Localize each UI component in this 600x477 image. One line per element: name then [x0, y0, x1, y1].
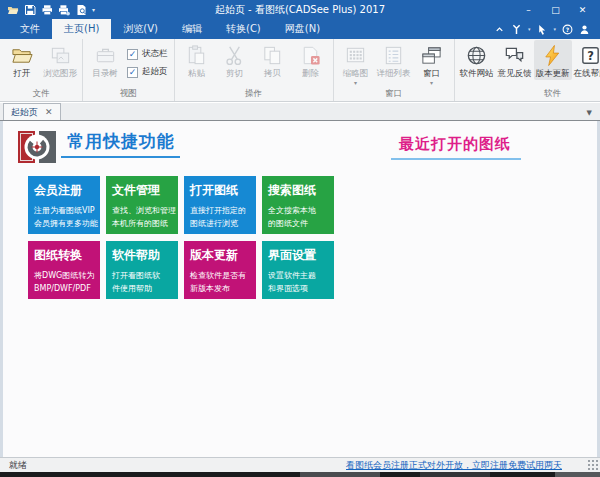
titlebar-utility-icons: ▾ ▾ ? — [494, 19, 600, 39]
ribbon-tab-row: 文件 主页(H) 浏览(V) 编辑 转换(C) 网盘(N) ▾ ▾ ? — [0, 19, 600, 39]
print-icon[interactable] — [41, 4, 53, 16]
delete-button: 删除 — [292, 40, 330, 80]
browse-graphics-button: 浏览图形 — [41, 40, 79, 80]
paste-icon — [185, 44, 208, 67]
tile-file-management[interactable]: 文件管理 查找、浏览和管理 本机所有的图纸 — [106, 176, 178, 234]
tab-start-page[interactable]: 起始页 ✕ — [3, 103, 61, 120]
start-page-tab-label: 起始页 — [11, 106, 38, 119]
tab-browse[interactable]: 浏览(V) — [111, 19, 170, 39]
open-folder-icon — [11, 44, 34, 67]
startpage-checkbox-row[interactable]: ✓ 起始页 — [127, 66, 168, 78]
tile-member-register[interactable]: 会员注册 注册为看图纸VIP 会员拥有更多功能 — [28, 176, 100, 234]
copy-button: 拷贝 — [254, 40, 292, 80]
statusbar-checkbox-row[interactable]: ✓ 状态栏 — [127, 48, 168, 60]
left-heading-underline — [61, 156, 180, 158]
thumbnail-button: 缩略图 ▾ — [337, 40, 375, 85]
group-label-view: 视图 — [83, 88, 174, 100]
tile-drawing-convert[interactable]: 图纸转换 将DWG图纸转为 BMP/DWF/PDF — [28, 241, 100, 299]
svg-text:?: ? — [587, 49, 594, 63]
tile-software-help[interactable]: 软件帮助 打开看图纸软 件使用帮助 — [106, 241, 178, 299]
tile-search-drawing[interactable]: 搜索图纸 全文搜索本地 的图纸文件 — [262, 176, 334, 234]
close-button[interactable]: ✕ — [569, 0, 596, 19]
ribbon-group-view: 目录树 ✓ 状态栏 ✓ 起始页 视图 — [83, 39, 175, 101]
right-heading-underline — [391, 158, 521, 160]
ribbon: 打开 浏览图形 文件 目录树 ✓ 状态栏 ✓ 起始页 视图 粘贴 — [0, 39, 600, 102]
software-website-button[interactable]: 软件网站 — [458, 40, 496, 80]
version-update-button[interactable]: 版本更新 — [534, 40, 572, 80]
tab-file[interactable]: 文件 — [8, 19, 52, 39]
window-title: 起始页 - 看图纸(CADSee Plus) 2017 — [215, 0, 385, 19]
maximize-button[interactable]: □ — [542, 0, 569, 19]
common-functions-heading: 常用快捷功能 — [67, 130, 175, 153]
tab-convert[interactable]: 转换(C) — [214, 19, 273, 39]
tab-home[interactable]: 主页(H) — [52, 19, 111, 39]
title-bar: ▾ 起始页 - 看图纸(CADSee Plus) 2017 – □ ✕ — [0, 0, 600, 19]
resize-grip[interactable] — [588, 460, 599, 471]
tile-version-update[interactable]: 版本更新 检查软件是否有 新版本发布 — [184, 241, 256, 299]
tools-dropdown-icon[interactable]: ▾ — [528, 26, 531, 32]
feedback-bubbles-icon — [503, 44, 526, 67]
scissors-icon — [223, 44, 246, 67]
help-box-icon: ? — [579, 44, 600, 67]
minimize-button[interactable]: – — [515, 0, 542, 19]
save-icon[interactable] — [24, 4, 36, 16]
startpage-checkbox[interactable]: ✓ — [127, 67, 138, 78]
group-label-file: 文件 — [0, 88, 82, 100]
help-circle-icon[interactable]: ? — [562, 24, 573, 35]
thumbnail-dropdown-icon: ▾ — [354, 80, 357, 85]
globe-icon — [465, 44, 488, 67]
online-help-button[interactable]: ? 在线帮助 — [572, 40, 600, 80]
copy-icon — [261, 44, 284, 67]
window-button[interactable]: 窗口 ▾ — [413, 40, 451, 85]
collapse-ribbon-icon[interactable] — [494, 24, 505, 35]
status-ready-text: 就绪 — [0, 459, 27, 472]
qat-customize-icon[interactable]: ▾ — [92, 7, 95, 13]
tile-interface-settings[interactable]: 界面设置 设置软件主题 和界面选项 — [262, 241, 334, 299]
ribbon-group-software: 软件网站 意见反馈 版本更新 ? 在线帮助 软件注册 软件 — [455, 39, 600, 101]
delete-icon — [299, 44, 322, 67]
status-bar: 就绪 看图纸会员注册正式对外开放，立即注册免费试用两天 — [0, 457, 600, 472]
print-preview-icon[interactable] — [75, 4, 87, 16]
taskbar-item-blur — [555, 472, 600, 477]
quick-access-toolbar: ▾ — [0, 4, 95, 16]
detail-list-icon — [382, 44, 405, 67]
user-account-icon[interactable] — [579, 24, 590, 35]
window-dropdown-icon[interactable]: ▾ — [430, 80, 433, 85]
thumbnail-grid-icon — [344, 44, 367, 67]
tab-list-dropdown-icon[interactable]: ▼ — [587, 109, 600, 120]
briefcase-icon — [94, 44, 117, 67]
document-tab-bar: 起始页 ✕ ▼ — [0, 103, 600, 121]
member-register-link[interactable]: 看图纸会员注册正式对外开放，立即注册免费试用两天 — [346, 459, 562, 472]
recent-drawings-heading: 最近打开的图纸 — [399, 135, 511, 154]
ribbon-group-operations: 粘贴 剪切 拷贝 删除 操作 — [175, 39, 334, 101]
quick-print-icon[interactable] — [58, 4, 70, 16]
feedback-button[interactable]: 意见反馈 — [496, 40, 534, 80]
tile-open-drawing[interactable]: 打开图纸 直接打开指定的 图纸进行浏览 — [184, 176, 256, 234]
open-file-icon[interactable] — [7, 4, 19, 16]
group-label-operations: 操作 — [175, 88, 333, 100]
cadsee-logo — [17, 127, 57, 167]
detail-list-button: 详细列表 — [375, 40, 413, 80]
pointer-mode-icon[interactable] — [536, 24, 547, 35]
cut-button: 剪切 — [216, 40, 254, 80]
group-label-software: 软件 — [455, 88, 600, 100]
window-controls: – □ ✕ — [515, 0, 600, 19]
taskbar-item-blur — [300, 472, 380, 477]
ribbon-group-file: 打开 浏览图形 文件 — [0, 39, 83, 101]
view-checkboxes: ✓ 状态栏 ✓ 起始页 — [127, 40, 168, 78]
tab-close-icon[interactable]: ✕ — [45, 107, 53, 117]
browse-images-icon — [49, 44, 72, 67]
svg-text:?: ? — [566, 25, 570, 32]
pointer-dropdown-icon[interactable]: ▾ — [553, 26, 556, 32]
tab-netdisk[interactable]: 网盘(N) — [273, 19, 332, 39]
statusbar-checkbox[interactable]: ✓ — [127, 49, 138, 60]
quick-function-tiles: 会员注册 注册为看图纸VIP 会员拥有更多功能 文件管理 查找、浏览和管理 本机… — [28, 176, 334, 299]
ribbon-group-window: 缩略图 ▾ 详细列表 窗口 ▾ 窗口 — [334, 39, 455, 101]
taskbar-item-blur — [420, 472, 490, 477]
cascade-windows-icon — [420, 44, 443, 67]
tools-icon[interactable] — [511, 24, 522, 35]
open-button[interactable]: 打开 — [3, 40, 41, 80]
tab-edit[interactable]: 编辑 — [170, 19, 214, 39]
lightning-icon — [541, 44, 564, 67]
start-page-content: 常用快捷功能 最近打开的图纸 会员注册 注册为看图纸VIP 会员拥有更多功能 文… — [0, 121, 600, 457]
